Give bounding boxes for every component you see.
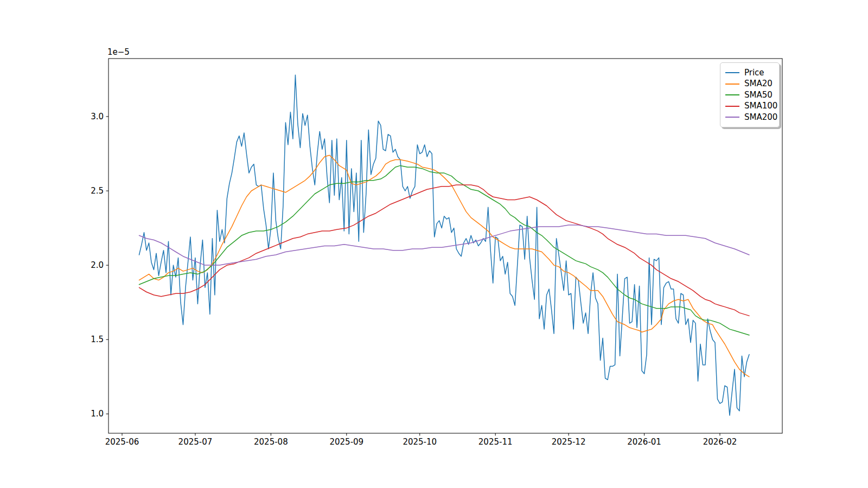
legend-line-sample-sma200 bbox=[725, 117, 739, 118]
x-tick-label: 2025-12 bbox=[552, 437, 586, 447]
legend-label: SMA200 bbox=[744, 113, 777, 121]
y-tick-label: 3.0 bbox=[91, 112, 104, 121]
legend-label: SMA20 bbox=[744, 80, 773, 88]
legend-item-sma200: SMA200 bbox=[725, 112, 774, 123]
series-line-sma50 bbox=[139, 165, 750, 335]
y-tick-label: 2.0 bbox=[91, 260, 104, 270]
y-tick-label: 1.5 bbox=[91, 335, 104, 344]
x-tick-label: 2025-06 bbox=[105, 437, 139, 447]
legend-line-sample-price bbox=[725, 72, 739, 73]
x-tick-label: 2025-09 bbox=[329, 437, 363, 447]
series-line-price bbox=[139, 75, 750, 415]
legend-item-sma100: SMA100 bbox=[725, 101, 774, 112]
y-tick-label: 1.0 bbox=[91, 409, 104, 419]
figure-canvas: 2025-062025-072025-082025-092025-102025-… bbox=[0, 0, 868, 488]
x-tick-label: 2026-02 bbox=[703, 437, 737, 447]
legend-item-sma50: SMA50 bbox=[725, 89, 774, 101]
x-tick-label: 2025-07 bbox=[178, 437, 213, 447]
chart-legend: PriceSMA20SMA50SMA100SMA200 bbox=[720, 62, 780, 127]
series-line-sma100 bbox=[139, 185, 750, 316]
legend-line-sample-sma100 bbox=[725, 106, 739, 107]
y-axis-offset-label: 1e−5 bbox=[107, 47, 130, 57]
legend-label: SMA50 bbox=[744, 91, 773, 99]
legend-label: Price bbox=[744, 69, 764, 77]
legend-line-sample-sma50 bbox=[725, 94, 739, 95]
legend-item-price: Price bbox=[725, 67, 774, 79]
x-tick-label: 2025-10 bbox=[403, 437, 437, 447]
legend-line-sample-sma20 bbox=[725, 84, 739, 85]
x-tick-label: 2025-08 bbox=[254, 437, 288, 447]
y-tick-label: 2.5 bbox=[91, 186, 104, 196]
legend-item-sma20: SMA20 bbox=[725, 79, 774, 90]
axes-frame bbox=[108, 59, 782, 433]
x-tick-label: 2026-01 bbox=[627, 437, 661, 447]
series-line-sma20 bbox=[139, 155, 750, 377]
x-tick-label: 2025-11 bbox=[478, 437, 513, 447]
legend-label: SMA100 bbox=[744, 102, 777, 110]
